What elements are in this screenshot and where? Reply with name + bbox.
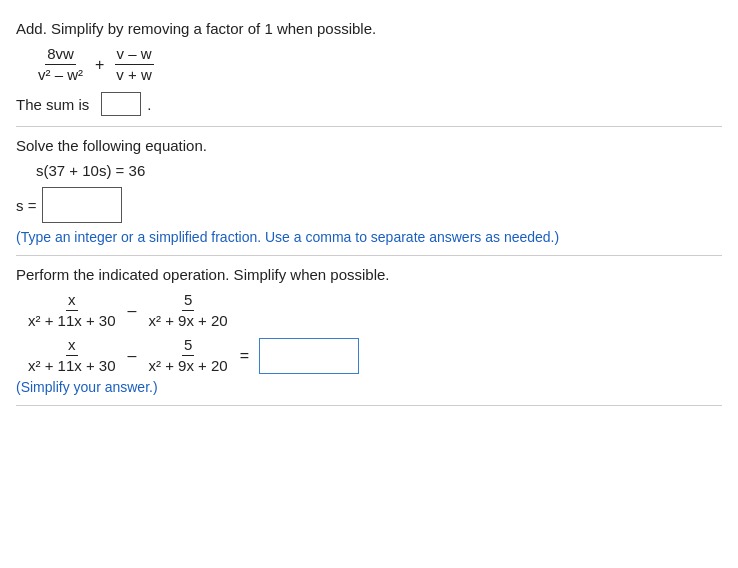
plus-operator: + [95,56,104,74]
result-frac2-den: x² + 9x + 20 [146,356,229,375]
result-fraction-2: 5 x² + 9x + 20 [146,336,229,375]
expr-frac2-num: 5 [182,291,194,311]
fraction-1-numerator: 8vw [45,45,76,65]
result-frac2-num: 5 [182,336,194,356]
equation-display: s(37 + 10s) = 36 [36,162,722,179]
instruction-1: Add. Simplify by removing a factor of 1 … [16,20,722,37]
result-line: x x² + 11x + 30 – 5 x² + 9x + 20 = [26,336,722,375]
s-label: s = [16,197,36,214]
expr-frac1-den: x² + 11x + 30 [26,311,118,330]
fraction-2-denominator: v + w [114,65,153,84]
sum-answer-box[interactable] [101,92,141,116]
result-fraction-1: x x² + 11x + 30 [26,336,118,375]
expression-1: 8vw v² – w² + v – w v + w [36,45,722,84]
result-frac1-den: x² + 11x + 30 [26,356,118,375]
result-frac1-num: x [66,336,78,356]
s-hint-text: (Type an integer or a simplified fractio… [16,229,722,245]
expr-frac1-num: x [66,291,78,311]
sum-label: The sum is [16,96,89,113]
simplify-hint: (Simplify your answer.) [16,379,722,395]
minus-operator-display: – [128,302,137,320]
section-add-fractions: Add. Simplify by removing a factor of 1 … [16,10,722,127]
section-subtract-fractions: Perform the indicated operation. Simplif… [16,256,722,406]
minus-operator-result: – [128,347,137,365]
sum-line: The sum is . [16,92,722,116]
operation-answer-box[interactable] [259,338,359,374]
fraction-1: 8vw v² – w² [36,45,85,84]
operation-display: x x² + 11x + 30 – 5 x² + 9x + 20 [26,291,722,330]
instruction-3: Perform the indicated operation. Simplif… [16,266,722,283]
s-answer-line: s = [16,187,722,223]
expr-fraction-1: x x² + 11x + 30 [26,291,118,330]
fraction-2-numerator: v – w [115,45,154,65]
expr-frac2-den: x² + 9x + 20 [146,311,229,330]
section-solve-equation: Solve the following equation. s(37 + 10s… [16,127,722,256]
fraction-1-denominator: v² – w² [36,65,85,84]
fraction-2: v – w v + w [114,45,153,84]
period: . [147,96,151,113]
equals-sign: = [240,347,249,365]
expr-fraction-2: 5 x² + 9x + 20 [146,291,229,330]
s-answer-box[interactable] [42,187,122,223]
instruction-2: Solve the following equation. [16,137,722,154]
